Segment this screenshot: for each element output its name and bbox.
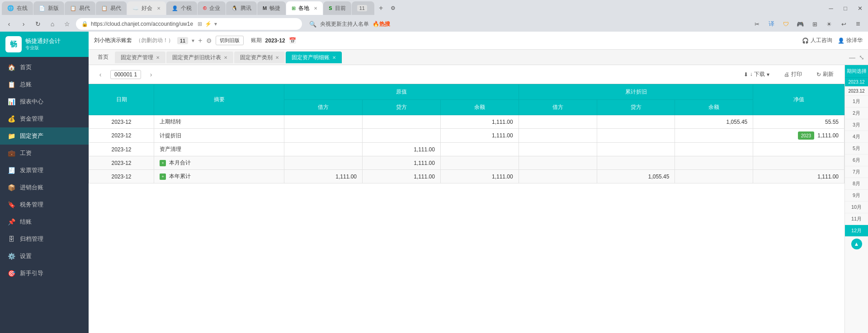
tab-settings-icon[interactable]: ⚙ <box>388 3 399 14</box>
page-indicator[interactable]: 000001 1 <box>110 70 141 79</box>
scissors-icon[interactable]: ✂ <box>750 18 763 30</box>
tab-close-asset-category[interactable]: ✕ <box>275 55 279 60</box>
browser-tab-yidai1[interactable]: 📋 易代 <box>65 1 95 15</box>
period-month-5[interactable]: 5月 <box>845 143 868 155</box>
sidebar-item-tax[interactable]: 🔖 税务管理 <box>0 196 89 213</box>
sidebar-item-closing[interactable]: 📌 结账 <box>0 213 89 230</box>
reload-button[interactable]: ↻ <box>33 19 43 29</box>
address-input[interactable]: 🔒 https://cloud.chanjet.com/accounting/u… <box>76 18 302 30</box>
download-button[interactable]: ⬇ ↓ 下载 ▾ <box>740 69 773 80</box>
period-date-1[interactable]: 2023.12 <box>845 78 868 87</box>
col-header-accum: 累计折旧 <box>519 84 753 100</box>
back-button[interactable]: ‹ <box>4 19 14 29</box>
period-month-4[interactable]: 4月 <box>845 131 868 143</box>
sidebar-item-home[interactable]: 🏠 首页 <box>0 59 89 76</box>
period-label: 账期 <box>251 37 262 44</box>
period-month-6[interactable]: 6月 <box>845 155 868 166</box>
browser-tab-qiye[interactable]: © 企业 <box>198 1 226 15</box>
period-month-8[interactable]: 8月 <box>845 178 868 190</box>
row1-summary: 上期结转 <box>154 115 284 129</box>
calendar-icon[interactable]: 📅 <box>289 37 296 44</box>
period-month-12[interactable]: 12月 <box>845 225 868 237</box>
add-account-button[interactable]: + <box>198 37 202 45</box>
row5-accum-credit: 1,055.45 <box>597 170 675 183</box>
translate-icon[interactable]: 译 <box>765 18 778 30</box>
print-label: 打印 <box>791 70 802 78</box>
brightness-icon[interactable]: ☀ <box>823 18 835 30</box>
sidebar-item-invoice[interactable]: 🧾 发票管理 <box>0 162 89 179</box>
tab-close-fixed-assets-mgmt[interactable]: ✕ <box>156 55 160 60</box>
grid-icon[interactable]: ⊞ <box>808 18 821 30</box>
shield-icon[interactable]: 🛡 <box>779 18 792 30</box>
sidebar-label-ledger: 总账 <box>20 80 32 89</box>
sidebar-item-ledger[interactable]: 📋 总账 <box>0 76 89 93</box>
scroll-up-button[interactable]: ▲ <box>851 239 862 249</box>
game-icon[interactable]: 🎮 <box>794 18 807 30</box>
sidebar-item-fixed-assets[interactable]: 📁 固定资产 <box>0 127 89 145</box>
tab-asset-category[interactable]: 固定资产类别 ✕ <box>234 52 285 63</box>
secure-icon: 🔒 <box>81 21 88 27</box>
period-month-10[interactable]: 10月 <box>845 202 868 213</box>
browser-tab-count[interactable]: 11 <box>352 1 374 15</box>
settings-trigger[interactable]: ⚙ <box>206 37 212 44</box>
forward-button[interactable]: › <box>18 19 29 29</box>
row3-accum-debit <box>519 143 597 156</box>
browser-tab-haohui[interactable]: ☁️ 好会 ✕ <box>127 1 166 15</box>
row1-accum-balance: 1,055.45 <box>675 115 753 129</box>
browser-tab-new[interactable]: 📄 新版 <box>33 1 64 15</box>
browser-tab-online[interactable]: 🌐 在线 <box>2 1 33 15</box>
period-month-9[interactable]: 9月 <box>845 190 868 202</box>
browser-tab-tencent[interactable]: 🐧 腾讯 <box>226 1 257 15</box>
tab-favicon-tencent: 🐧 <box>231 5 238 11</box>
period-date-2[interactable]: 2023.12 <box>845 87 868 96</box>
tab-bar: 🌐 在线 📄 新版 📋 易代 📋 易代 ☁️ 好会 ✕ 👤 个税 © 企业 <box>0 0 868 16</box>
period-month-1[interactable]: 1月 <box>845 96 868 108</box>
sidebar-item-settings[interactable]: ⚙️ 设置 <box>0 248 89 265</box>
period-month-7[interactable]: 7月 <box>845 166 868 178</box>
close-button[interactable]: ✕ <box>854 2 866 14</box>
browser-tab-geshui[interactable]: 👤 个税 <box>166 1 197 15</box>
menu-icon[interactable]: ≡ <box>852 18 864 30</box>
period-month-3[interactable]: 3月 <box>845 119 868 131</box>
tab-asset-detail-ledger[interactable]: 固定资产明细账 ✕ <box>286 52 342 63</box>
tab-home[interactable]: 首页 <box>92 52 114 63</box>
refresh-button[interactable]: ↻ 刷新 <box>813 69 837 80</box>
browser-tab-chang[interactable]: M 畅捷 <box>257 1 286 15</box>
period-month-2[interactable]: 2月 <box>845 108 868 119</box>
sidebar-item-payroll[interactable]: 💼 工资 <box>0 145 89 162</box>
sidebar-item-archive[interactable]: 🗄 归档管理 <box>0 230 89 248</box>
restore-button[interactable]: □ <box>839 2 852 14</box>
service-button[interactable]: 🎧 人工咨询 <box>802 37 832 44</box>
address-bar: ‹ › ↻ ⌂ ☆ 🔒 https://cloud.chanjet.com/ac… <box>0 16 868 32</box>
tab-favicon-online: 🌐 <box>7 5 14 11</box>
next-page-button[interactable]: › <box>146 70 156 79</box>
sidebar-item-purchase-sales[interactable]: 📦 进销台账 <box>0 179 89 196</box>
bookmark-button[interactable]: ☆ <box>61 19 72 29</box>
tab-collapse-button[interactable]: — <box>849 54 855 61</box>
sidebar-item-funds[interactable]: 💰 资金管理 <box>0 110 89 127</box>
browser-tab-muqian[interactable]: S 目前 <box>323 1 351 15</box>
tab-depreciation-stats[interactable]: 固定资产折旧统计表 ✕ <box>166 52 233 63</box>
home-button[interactable]: ⌂ <box>47 19 58 29</box>
period-month-11[interactable]: 11月 <box>845 213 868 225</box>
browser-tab-yidai2[interactable]: 📋 易代 <box>96 1 127 15</box>
sidebar-item-guide[interactable]: 🎯 新手引导 <box>0 265 89 282</box>
tab-add-button[interactable]: + <box>375 2 387 14</box>
tab-expand-button[interactable]: ⤡ <box>859 54 864 61</box>
tab-close-depreciation-stats[interactable]: ✕ <box>224 55 227 60</box>
switch-version-button[interactable]: 切到旧版 <box>216 36 244 45</box>
tab-fixed-assets-mgmt-label: 固定资产管理 <box>121 54 153 61</box>
prev-page-button[interactable]: ‹ <box>96 70 105 79</box>
tab-close-asset-detail-ledger[interactable]: ✕ <box>332 55 336 60</box>
sidebar-item-reports[interactable]: 📊 报表中心 <box>0 93 89 110</box>
user-avatar-button[interactable]: 👤 徐泽华 <box>838 37 863 44</box>
dropdown-trigger[interactable]: ▾ <box>192 38 194 44</box>
tab-close-gedi[interactable]: ✕ <box>314 6 317 11</box>
history-icon[interactable]: ↩ <box>837 18 850 30</box>
browser-tab-gedi[interactable]: ⊞ 各地 ✕ <box>286 1 323 15</box>
tab-close-haohui[interactable]: ✕ <box>157 6 160 11</box>
tab-fixed-assets-mgmt[interactable]: 固定资产管理 ✕ <box>115 52 165 63</box>
minimize-button[interactable]: ─ <box>825 2 837 14</box>
print-button[interactable]: 🖨 打印 <box>780 69 806 80</box>
row2-summary: 计提折旧 <box>154 129 284 143</box>
